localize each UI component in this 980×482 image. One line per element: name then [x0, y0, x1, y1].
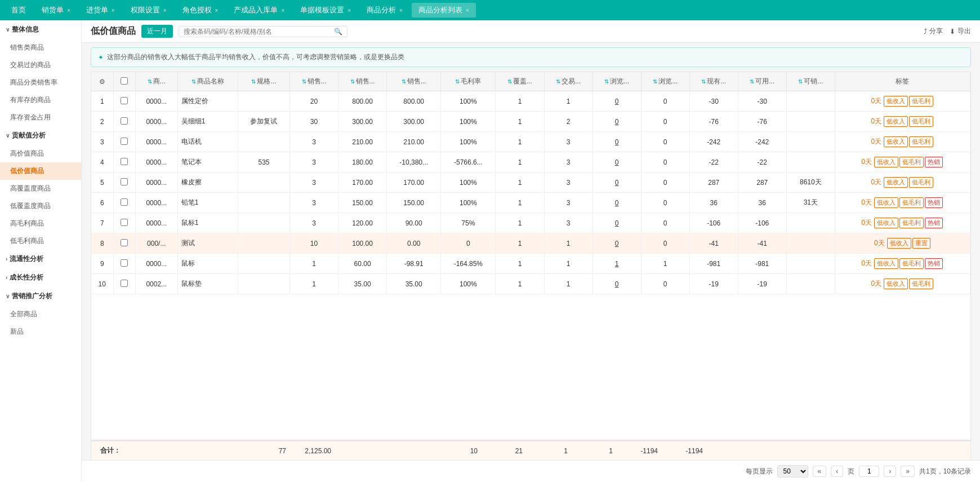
row-checkbox[interactable] [113, 91, 135, 112]
sidebar-group-营销推广分析[interactable]: ∨营销推广分析 [0, 287, 81, 306]
row-view1[interactable]: 1 [593, 254, 641, 274]
nav-item-产成品入库单[interactable]: 产成品入库单× [227, 3, 291, 17]
view1-link[interactable]: 0 [615, 138, 619, 146]
export-button[interactable]: ⬇ 导出 [950, 26, 971, 36]
search-icon[interactable]: 🔍 [334, 28, 342, 36]
close-icon[interactable]: × [112, 7, 115, 14]
col-view1[interactable]: ⇅浏览... [593, 72, 641, 91]
sidebar-item-高价值商品[interactable]: 高价值商品 [0, 145, 81, 162]
view1-link[interactable]: 1 [615, 260, 619, 268]
col-settings[interactable]: ⚙ [91, 72, 113, 91]
sidebar-item-商品分类销售率[interactable]: 商品分类销售率 [0, 74, 81, 91]
row-checkbox[interactable] [113, 213, 135, 233]
next-page-button[interactable]: › [884, 466, 896, 477]
row-select-checkbox[interactable] [121, 138, 128, 145]
close-icon[interactable]: × [215, 7, 219, 14]
row-checkbox[interactable] [113, 152, 135, 173]
nav-item-商品分析[interactable]: 商品分析× [360, 3, 409, 17]
close-icon[interactable]: × [281, 7, 284, 14]
sidebar-item-销售类商品[interactable]: 销售类商品 [0, 39, 81, 56]
nav-item-角色授权[interactable]: 角色授权× [176, 3, 225, 17]
view1-link[interactable]: 0 [615, 199, 619, 207]
close-icon[interactable]: × [399, 7, 403, 14]
sidebar-group-流通性分析[interactable]: ›流通性分析 [0, 250, 81, 268]
col-stock[interactable]: ⇅现有... [689, 72, 738, 91]
col-qty[interactable]: ⇅销售... [290, 72, 338, 91]
col-name[interactable]: ⇅商品名称 [177, 72, 238, 91]
view1-link[interactable]: 0 [615, 179, 619, 187]
row-select-checkbox[interactable] [121, 219, 128, 226]
nav-item-单据模板设置[interactable]: 单据模板设置× [293, 3, 358, 17]
view1-link[interactable]: 0 [615, 98, 619, 105]
row-checkbox[interactable] [113, 233, 135, 254]
row-view1[interactable]: 0 [593, 233, 641, 254]
col-code[interactable]: ⇅商... [135, 72, 177, 91]
row-checkbox[interactable] [113, 112, 135, 132]
view1-link[interactable]: 0 [615, 240, 619, 247]
nav-item-商品分析列表[interactable]: 商品分析列表× [412, 3, 476, 17]
view1-link[interactable]: 0 [615, 219, 619, 227]
row-view1[interactable]: 0 [593, 112, 641, 132]
sidebar-item-高毛利商品[interactable]: 高毛利商品 [0, 215, 81, 232]
row-checkbox[interactable] [113, 132, 135, 152]
first-page-button[interactable]: « [813, 466, 827, 477]
page-size-select[interactable]: 50 100 [777, 465, 808, 477]
sidebar-item-低覆盖度商品[interactable]: 低覆盖度商品 [0, 197, 81, 215]
sidebar-group-整体信息[interactable]: ∨整体信息 [0, 20, 81, 39]
col-spec[interactable]: ⇅规格... [238, 72, 289, 91]
view1-link[interactable]: 0 [615, 280, 619, 288]
row-view1[interactable]: 0 [593, 213, 641, 233]
row-select-checkbox[interactable] [121, 178, 128, 185]
row-view1[interactable]: 0 [593, 173, 641, 193]
row-select-checkbox[interactable] [121, 97, 128, 104]
row-select-checkbox[interactable] [121, 158, 128, 165]
col-trade[interactable]: ⇅交易... [544, 72, 593, 91]
col-sale1[interactable]: ⇅销售... [338, 72, 387, 91]
row-checkbox[interactable] [113, 173, 135, 193]
prev-page-button[interactable]: ‹ [831, 466, 843, 477]
row-checkbox[interactable] [113, 254, 135, 274]
sidebar-group-成长性分析[interactable]: ›成长性分析 [0, 268, 81, 287]
row-view1[interactable]: 0 [593, 91, 641, 112]
row-view1[interactable]: 0 [593, 274, 641, 294]
nav-item-权限设置[interactable]: 权限设置× [124, 3, 173, 17]
close-icon[interactable]: × [466, 7, 469, 14]
row-select-checkbox[interactable] [121, 117, 128, 125]
select-all-checkbox[interactable] [121, 77, 128, 85]
nav-item-进货单[interactable]: 进货单× [79, 3, 122, 17]
sidebar-item-高覆盖度商品[interactable]: 高覆盖度商品 [0, 180, 81, 197]
search-input[interactable] [184, 28, 334, 36]
row-view1[interactable]: 0 [593, 193, 641, 213]
row-select-checkbox[interactable] [121, 259, 128, 267]
row-view1[interactable]: 0 [593, 132, 641, 152]
row-select-checkbox[interactable] [121, 280, 128, 287]
row-select-checkbox[interactable] [121, 198, 128, 206]
nav-item-首页[interactable]: 首页 [5, 3, 33, 17]
col-sale2[interactable]: ⇅销售... [387, 72, 441, 91]
close-icon[interactable]: × [163, 7, 167, 14]
share-button[interactable]: ⤴ 分享 [924, 26, 943, 36]
last-page-button[interactable]: » [901, 466, 915, 477]
row-select-checkbox[interactable] [121, 239, 128, 246]
close-icon[interactable]: × [348, 7, 351, 14]
nav-item-销货单[interactable]: 销货单× [35, 3, 77, 17]
row-view1[interactable]: 0 [593, 152, 641, 173]
sidebar-item-有库存的商品[interactable]: 有库存的商品 [0, 91, 81, 109]
col-avail[interactable]: ⇅可用... [738, 72, 786, 91]
sidebar-item-低价值商品[interactable]: 低价值商品 [0, 162, 81, 180]
col-view2[interactable]: ⇅浏览... [641, 72, 689, 91]
sidebar-item-新品[interactable]: 新品 [0, 323, 81, 341]
sidebar-item-全部商品[interactable]: 全部商品 [0, 306, 81, 323]
close-icon[interactable]: × [67, 7, 70, 14]
page-number-input[interactable] [859, 466, 879, 477]
sidebar-group-贡献值分析[interactable]: ∨贡献值分析 [0, 126, 81, 145]
row-checkbox[interactable] [113, 274, 135, 294]
col-checkbox[interactable] [113, 72, 135, 91]
col-saleable[interactable]: ⇅可销... [786, 72, 835, 91]
view1-link[interactable]: 0 [615, 158, 619, 166]
sidebar-item-交易过的商品[interactable]: 交易过的商品 [0, 56, 81, 74]
view1-link[interactable]: 0 [615, 118, 619, 126]
sidebar-item-库存资金占用[interactable]: 库存资金占用 [0, 109, 81, 126]
col-cover[interactable]: ⇅覆盖... [496, 72, 544, 91]
sidebar-item-低毛利商品[interactable]: 低毛利商品 [0, 232, 81, 250]
